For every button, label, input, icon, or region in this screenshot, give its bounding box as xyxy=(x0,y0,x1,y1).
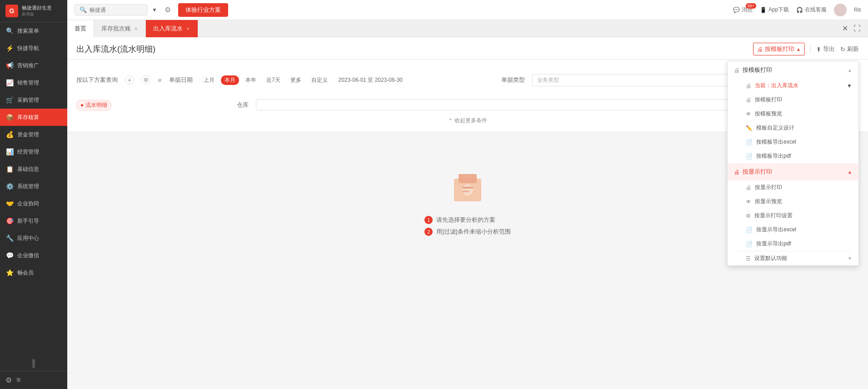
phone-icon: 📱 xyxy=(760,7,767,13)
topbar-gear-icon[interactable]: ⚙ xyxy=(162,5,174,14)
template-preview-item[interactable]: 👁 按模板预览 xyxy=(728,107,858,121)
display-print-section-header[interactable]: 🖨 按显示打印 ▲ xyxy=(728,163,858,180)
display-export-excel-item[interactable]: 📄 按显示导出excel xyxy=(728,223,858,237)
filter-add-btn[interactable]: + xyxy=(125,75,134,85)
template-print-section-header[interactable]: 🖨 按模板打印 ▲ xyxy=(728,61,858,79)
sidebar-item-wechat[interactable]: 💬 企业微信 xyxy=(0,247,67,264)
collapse-more-btn[interactable]: ⌃ 收起更多条件 xyxy=(448,117,487,125)
tab-inout-flow[interactable]: 出入库流水 × xyxy=(146,20,198,37)
date-tabs: 上月 本月 本年 近7天 更多 自定义 xyxy=(200,75,331,85)
menu-icon[interactable]: ≡ xyxy=(16,376,20,384)
template-print-icon: 🖨 xyxy=(746,97,751,103)
tab-batch-account-close[interactable]: × xyxy=(134,25,138,32)
search-topbar-icon: 🔍 xyxy=(80,6,87,13)
tab-home[interactable]: 首页 xyxy=(67,20,94,37)
page-actions: 🖨 按模板打印 ▲ ⬆ 导出 ↻ 刷新 xyxy=(753,43,859,55)
export-btn[interactable]: ⬆ 导出 xyxy=(816,45,835,53)
app-logo-icon: G xyxy=(5,5,18,17)
sidebar-nav: 🔍 搜索菜单 ⚡ 快捷导航 📢 营销推广 📈 销售管理 🛒 采购管理 📦 库存核… xyxy=(0,22,67,356)
main-area: 🔍 ▼ ⚙ 体验行业方案 💬 消息 99+ 📱 App下载 🎧 在线客服 Ri xyxy=(67,0,868,389)
sidebar-item-inventory[interactable]: 📦 库存核算 xyxy=(0,109,67,126)
sidebar: G 畅捷通好生意 标准版 🔍 搜索菜单 ⚡ 快捷导航 📢 营销推广 📈 销售管理… xyxy=(0,0,67,389)
message-btn[interactable]: 💬 消息 99+ xyxy=(733,6,753,14)
message-icon: 💬 xyxy=(733,7,740,13)
sidebar-item-search[interactable]: 🔍 搜索菜单 xyxy=(0,22,67,40)
gear-bottom-icon[interactable]: ⚙ xyxy=(5,376,12,384)
tab-inout-flow-close[interactable]: × xyxy=(185,25,190,32)
topbar-search-box[interactable]: 🔍 xyxy=(75,4,147,15)
username-label[interactable]: Rit xyxy=(854,7,861,13)
export-icon: ⬆ xyxy=(816,46,821,53)
settings-default-item[interactable]: ☰ 设置默认功能 ▼ xyxy=(728,251,858,265)
sidebar-item-sales[interactable]: 📈 销售管理 xyxy=(0,74,67,91)
display-print-label: 🖨 按显示打印 xyxy=(734,168,772,176)
date-tab-recent7[interactable]: 近7天 xyxy=(263,75,284,85)
tab-batch-account[interactable]: 库存批次账 × xyxy=(94,20,146,37)
display-preview-item[interactable]: 👁 按显示预览 xyxy=(728,194,858,209)
display-print-item[interactable]: 🖨 按显示打印 xyxy=(728,180,858,194)
template-preview-icon: 👁 xyxy=(746,111,751,117)
svg-rect-4 xyxy=(462,190,469,192)
sales-icon: 📈 xyxy=(5,79,14,87)
current-template-item[interactable]: 🖨 当前：出入库流水 ▼ xyxy=(728,79,858,93)
template-export-pdf-item[interactable]: 📄 按模板导出pdf xyxy=(728,149,858,163)
online-service-btn[interactable]: 🎧 在线客服 xyxy=(796,6,827,14)
sidebar-item-apps[interactable]: 🔧 应用中心 xyxy=(0,229,67,247)
display-print-settings-item[interactable]: ⚙ 按显示打印设置 xyxy=(728,209,858,223)
sidebar-item-quick-nav[interactable]: ⚡ 快捷导航 xyxy=(0,40,67,57)
date-tab-more[interactable]: 更多 xyxy=(287,75,305,85)
step-1-num: 1 xyxy=(424,216,433,224)
app-download-btn[interactable]: 📱 App下载 xyxy=(760,6,789,14)
sidebar-item-collab[interactable]: 🤝 企业协同 xyxy=(0,195,67,212)
empty-steps: 1 请先选择要分析的方案 2 用[过滤]条件来缩小分析范围 xyxy=(424,216,510,236)
sidebar-item-system[interactable]: ⚙️ 系统管理 xyxy=(0,178,67,195)
sidebar-bottom: ⚙ ≡ xyxy=(0,371,67,389)
sidebar-item-finance[interactable]: 💰 资金管理 xyxy=(0,126,67,143)
tab-close-window-btn[interactable]: ✕ xyxy=(840,22,850,35)
print-dropdown-icon: ▲ xyxy=(796,47,801,52)
topbar-dropdown[interactable]: ▼ xyxy=(152,7,157,13)
sidebar-logo: G 畅捷通好生意 标准版 xyxy=(0,0,67,22)
date-tab-this-month[interactable]: 本月 xyxy=(221,75,239,85)
sidebar-item-marketing[interactable]: 📢 营销推广 xyxy=(0,57,67,74)
print-template-btn[interactable]: 🖨 按模板打印 ▲ xyxy=(753,43,805,55)
section-arrow-up: ▲ xyxy=(848,68,852,73)
headset-icon: 🎧 xyxy=(796,7,803,13)
template-print-item[interactable]: 🖨 按模板打印 xyxy=(728,93,858,107)
refresh-btn[interactable]: ↻ 刷新 xyxy=(840,45,859,53)
filter-setting-btn[interactable]: ⚙ xyxy=(141,75,150,85)
date-tab-this-year[interactable]: 本年 xyxy=(242,75,260,85)
trial-btn[interactable]: 体验行业方案 xyxy=(178,3,228,17)
tabs-bar: 首页 库存批次账 × 出入库流水 × ✕ ⛶ xyxy=(67,20,868,37)
date-tab-last-month[interactable]: 上月 xyxy=(200,75,218,85)
date-tab-custom[interactable]: 自定义 xyxy=(308,75,331,85)
current-arrow-icon: ▼ xyxy=(847,83,852,89)
template-export-excel-item[interactable]: 📄 按模板导出excel xyxy=(728,135,858,149)
topbar-right-area: 💬 消息 99+ 📱 App下载 🎧 在线客服 Rit xyxy=(733,4,861,16)
display-excel-icon: 📄 xyxy=(746,227,753,233)
display-section-arrow: ▲ xyxy=(848,170,852,175)
sidebar-item-basic[interactable]: 📋 基础信息 xyxy=(0,160,67,178)
refresh-icon: ↻ xyxy=(840,46,845,53)
collab-icon: 🤝 xyxy=(5,199,14,208)
app-name: 畅捷通好生意 标准版 xyxy=(22,5,52,17)
template-custom-item[interactable]: ✏️ 模板自定义设计 xyxy=(728,121,858,135)
sidebar-item-membership[interactable]: ⭐ 畅会员 xyxy=(0,264,67,281)
empty-illustration xyxy=(445,165,490,210)
sidebar-item-purchase[interactable]: 🛒 采购管理 xyxy=(0,91,67,109)
filter-tag-flow-detail[interactable]: ● 流水明细 xyxy=(76,100,111,110)
sidebar-item-guide[interactable]: 🎯 新手引导 xyxy=(0,212,67,229)
inventory-icon: 📦 xyxy=(5,113,14,121)
current-template-icon: 🖨 xyxy=(746,83,751,89)
svg-point-2 xyxy=(462,185,473,195)
sidebar-item-operations[interactable]: 📊 经营管理 xyxy=(0,143,67,160)
apps-icon: 🔧 xyxy=(5,234,14,242)
search-topbar-input[interactable] xyxy=(90,7,140,13)
user-avatar[interactable] xyxy=(834,4,847,16)
date-filter: 上月 本月 本年 近7天 更多 自定义 2023-06-01 至 2023-06… xyxy=(200,75,483,85)
tab-maximize-btn[interactable]: ⛶ xyxy=(852,23,863,35)
wechat-icon: 💬 xyxy=(5,251,14,259)
filter-collapse-left-btn[interactable]: « xyxy=(158,76,162,84)
settings-arrow-icon: ▼ xyxy=(848,256,852,261)
display-export-pdf-item[interactable]: 📄 按显示导出pdf xyxy=(728,237,858,251)
